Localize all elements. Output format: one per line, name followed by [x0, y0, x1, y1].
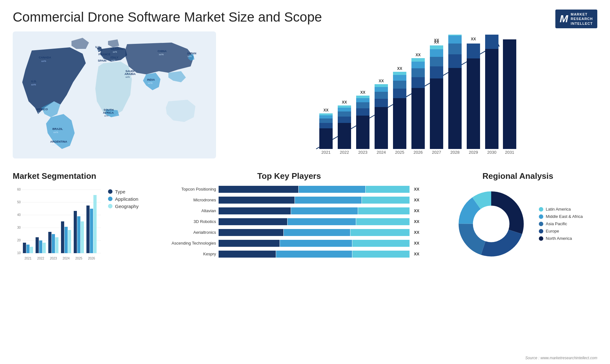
source-text: Source : www.marketresearchintellect.com	[525, 356, 597, 360]
bar-seg2	[299, 186, 365, 193]
geography-legend-dot	[108, 204, 112, 208]
svg-text:XX: XX	[342, 100, 347, 104]
svg-rect-98	[503, 39, 516, 149]
svg-rect-60	[375, 84, 388, 87]
player-name: Altavian	[159, 208, 216, 213]
north-america-dot	[539, 236, 543, 241]
player-row: Ascending Technologies XX	[159, 240, 419, 247]
svg-rect-124	[26, 245, 30, 253]
bar-chart-section: 2021 XX 2022 XX 2023 XX 2024	[216, 31, 597, 165]
type-legend-dot	[108, 189, 112, 194]
svg-rect-43	[338, 117, 351, 123]
svg-text:FRANCE: FRANCE	[98, 53, 111, 56]
bar-seg1	[219, 240, 280, 247]
svg-text:xx%: xx%	[95, 49, 99, 51]
player-row: Microdrones XX	[159, 197, 419, 204]
svg-rect-140	[93, 195, 97, 253]
bar-seg2	[276, 251, 352, 258]
world-map-section: CANADA xx% U.S. xx% MEXICO xx% BRAZIL xx…	[13, 31, 216, 165]
svg-text:XX: XX	[379, 79, 384, 83]
logo-area: M MARKET RESEARCH INTELLECT	[555, 10, 597, 28]
svg-text:U.S.: U.S.	[31, 80, 37, 83]
seg-chart-legend-area: 60 50 40 30 20 10 2021 2022 202	[13, 186, 140, 262]
svg-text:2025: 2025	[75, 257, 83, 260]
svg-text:2021: 2021	[24, 257, 32, 260]
page-title: Commercial Drone Software Market Size an…	[13, 10, 322, 25]
map-container: CANADA xx% U.S. xx% MEXICO xx% BRAZIL xx…	[13, 31, 216, 158]
svg-rect-52	[356, 98, 369, 102]
header: Commercial Drone Software Market Size an…	[0, 0, 610, 31]
regional-section: Regional Analysis	[432, 171, 597, 262]
segmentation-section: Market Segmentation 60 50 40 30 20 10	[13, 171, 146, 262]
player-name: Kespry	[159, 252, 216, 256]
svg-rect-64	[393, 89, 406, 98]
svg-text:xx%: xx%	[159, 53, 164, 56]
legend-north-america: North America	[539, 236, 583, 241]
player-row: Aerialtronics XX	[159, 229, 419, 236]
svg-rect-39	[319, 113, 333, 115]
svg-rect-45	[338, 108, 351, 111]
svg-rect-123	[23, 243, 26, 253]
svg-rect-51	[356, 102, 369, 108]
regional-legend: Latin America Middle East & Africa Asia …	[539, 207, 583, 241]
svg-rect-87	[448, 36, 462, 44]
player-name: Aerialtronics	[159, 230, 216, 235]
bar-seg3	[366, 186, 410, 193]
middle-east-africa-dot	[539, 214, 543, 219]
logo-text: MARKET RESEARCH INTELLECT	[571, 12, 593, 26]
svg-rect-136	[77, 216, 80, 253]
svg-rect-131	[55, 237, 58, 253]
latin-america-dot	[539, 207, 543, 212]
svg-rect-130	[52, 234, 55, 253]
legend-europe: Europe	[539, 229, 583, 233]
svg-rect-85	[448, 54, 462, 68]
svg-rect-59	[375, 87, 388, 92]
svg-text:60: 60	[17, 188, 21, 191]
svg-rect-72	[411, 68, 425, 77]
svg-rect-50	[356, 108, 369, 116]
regional-donut-svg	[453, 186, 529, 262]
player-name: 3D Robotics	[159, 219, 216, 224]
svg-rect-135	[74, 211, 77, 253]
svg-rect-70	[411, 88, 425, 149]
player-value: XX	[414, 230, 419, 235]
svg-rect-65	[393, 81, 406, 89]
svg-text:2022: 2022	[340, 150, 349, 155]
svg-text:xx%: xx%	[111, 59, 115, 62]
svg-text:2024: 2024	[63, 257, 70, 260]
bar-seg1	[219, 229, 283, 236]
legend-geography: Geography	[108, 204, 139, 209]
svg-rect-88	[448, 35, 462, 36]
bar-seg1	[219, 207, 291, 214]
content-area: CANADA xx% U.S. xx% MEXICO xx% BRAZIL xx…	[0, 31, 610, 262]
svg-text:2030: 2030	[487, 150, 497, 155]
bar-seg3	[362, 197, 410, 204]
svg-rect-73	[411, 62, 425, 68]
svg-text:XX: XX	[323, 108, 329, 112]
player-value: XX	[414, 219, 419, 224]
svg-text:2027: 2027	[432, 150, 441, 155]
svg-rect-67	[393, 72, 406, 75]
svg-rect-58	[375, 92, 388, 99]
player-name: Microdrones	[159, 198, 216, 202]
svg-rect-37	[319, 118, 333, 123]
svg-rect-42	[338, 123, 351, 149]
player-bar	[219, 229, 410, 236]
svg-text:xx%: xx%	[98, 63, 103, 65]
svg-rect-74	[411, 58, 425, 62]
bar-seg2	[280, 240, 352, 247]
svg-text:2023: 2023	[50, 257, 57, 260]
player-row: Altavian XX	[159, 207, 419, 214]
svg-text:xx%: xx%	[187, 55, 192, 57]
svg-rect-44	[338, 111, 351, 117]
svg-text:MEXICO: MEXICO	[37, 108, 48, 111]
svg-text:xx%: xx%	[41, 60, 46, 63]
regional-title: Regional Analysis	[438, 171, 597, 181]
svg-text:50: 50	[17, 200, 21, 204]
svg-text:GERMANY: GERMANY	[111, 47, 125, 51]
svg-rect-139	[90, 209, 93, 253]
logo-letter: M	[560, 13, 568, 25]
svg-text:INDIA: INDIA	[147, 78, 155, 81]
svg-text:ARGENTINA: ARGENTINA	[50, 140, 67, 143]
bottom-area: Market Segmentation 60 50 40 30 20 10	[13, 165, 597, 262]
